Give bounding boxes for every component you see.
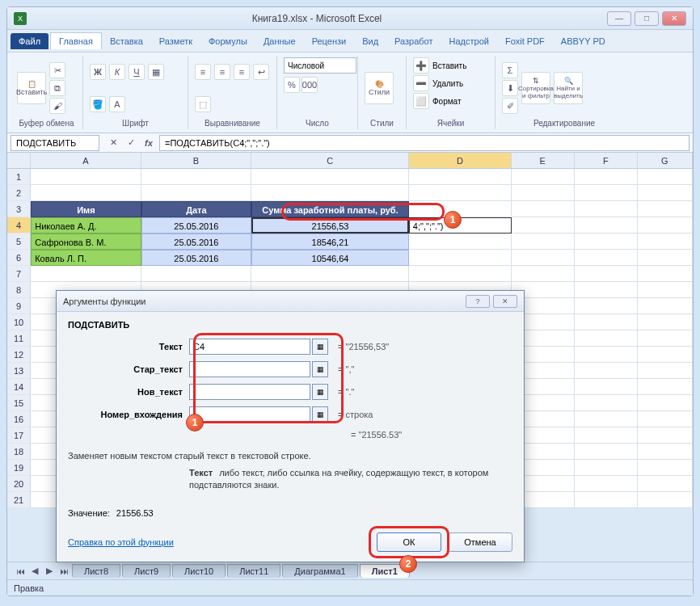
- delete-cells-icon[interactable]: ➖: [413, 75, 429, 91]
- cell-G20[interactable]: [638, 476, 693, 492]
- cell-F13[interactable]: [575, 363, 638, 379]
- copy-icon[interactable]: ⧉: [49, 80, 65, 96]
- row-header-18[interactable]: 18: [7, 444, 31, 460]
- cell-B7[interactable]: [141, 266, 251, 282]
- cell-G13[interactable]: [638, 363, 693, 379]
- cell-F6[interactable]: [575, 250, 638, 266]
- cell-B2[interactable]: [141, 185, 251, 201]
- row-header-19[interactable]: 19: [7, 460, 31, 476]
- cell-F12[interactable]: [575, 347, 638, 363]
- cell-A4[interactable]: Николаев А. Д.: [31, 217, 141, 234]
- row-header-12[interactable]: 12: [7, 347, 31, 363]
- sheet-tab-Лист11[interactable]: Лист11: [227, 564, 280, 578]
- sheet-tab-Лист9[interactable]: Лист9: [122, 564, 171, 578]
- row-header-16[interactable]: 16: [7, 411, 31, 427]
- arg-input-0[interactable]: [189, 339, 310, 355]
- cell-A2[interactable]: [31, 185, 141, 201]
- wrap-icon[interactable]: ↩: [253, 64, 269, 80]
- paste-button[interactable]: 📋Вставить: [17, 72, 46, 104]
- cell-F1[interactable]: [575, 169, 638, 185]
- cell-F8[interactable]: [575, 282, 638, 298]
- col-header-E[interactable]: E: [512, 153, 575, 168]
- cell-G2[interactable]: [638, 185, 693, 201]
- cell-C2[interactable]: [251, 185, 409, 201]
- row-header-20[interactable]: 20: [7, 476, 31, 492]
- cell-D1[interactable]: [409, 169, 512, 185]
- cell-G9[interactable]: [638, 298, 693, 314]
- format-painter-icon[interactable]: 🖌: [49, 98, 65, 114]
- cell-F4[interactable]: [575, 217, 638, 234]
- bold-icon[interactable]: Ж: [90, 64, 106, 80]
- col-header-D[interactable]: D: [409, 153, 512, 168]
- col-header-F[interactable]: F: [575, 153, 638, 168]
- arg-ref-button-0[interactable]: ▦: [312, 339, 328, 355]
- cell-F5[interactable]: [575, 234, 638, 250]
- cell-C1[interactable]: [251, 169, 409, 185]
- row-header-9[interactable]: 9: [7, 298, 31, 314]
- arg-ref-button-2[interactable]: ▦: [312, 384, 328, 400]
- row-header-11[interactable]: 11: [7, 330, 31, 347]
- clear-icon[interactable]: ✐: [502, 98, 518, 114]
- cell-A3[interactable]: Имя: [31, 201, 141, 217]
- cell-F10[interactable]: [575, 314, 638, 330]
- currency-icon[interactable]: %: [284, 77, 300, 93]
- ok-button[interactable]: ОК: [377, 532, 441, 552]
- cell-E1[interactable]: [512, 169, 575, 185]
- tab-data[interactable]: Данные: [255, 33, 304, 49]
- cell-G1[interactable]: [638, 169, 693, 185]
- cell-G10[interactable]: [638, 314, 693, 330]
- insert-cells-icon[interactable]: ➕: [413, 57, 429, 74]
- fx-icon[interactable]: fx: [141, 136, 156, 150]
- fill-icon[interactable]: ⬇: [502, 80, 518, 96]
- sheet-tab-Диаграмма1[interactable]: Диаграмма1: [282, 564, 357, 578]
- cell-F9[interactable]: [575, 298, 638, 314]
- sheet-tab-Лист10[interactable]: Лист10: [172, 564, 226, 578]
- tab-insert[interactable]: Вставка: [102, 33, 151, 49]
- tab-review[interactable]: Рецензи: [304, 33, 355, 49]
- row-header-21[interactable]: 21: [7, 492, 31, 508]
- cell-G21[interactable]: [638, 492, 693, 508]
- formula-input[interactable]: [159, 135, 689, 151]
- italic-icon[interactable]: К: [109, 64, 125, 80]
- cell-F7[interactable]: [575, 266, 638, 282]
- col-header-A[interactable]: A: [31, 153, 141, 168]
- tab-foxit[interactable]: Foxit PDF: [497, 33, 553, 49]
- minimize-button[interactable]: —: [607, 11, 631, 26]
- tab-layout[interactable]: Разметк: [151, 33, 200, 49]
- cell-E4[interactable]: [512, 217, 575, 234]
- cell-B5[interactable]: 25.05.2016: [141, 234, 251, 250]
- cell-F18[interactable]: [575, 444, 638, 460]
- align-left-icon[interactable]: ≡: [195, 64, 211, 80]
- cell-E5[interactable]: [512, 234, 575, 250]
- row-header-2[interactable]: 2: [7, 185, 31, 201]
- tab-file[interactable]: Файл: [11, 33, 48, 49]
- cell-A6[interactable]: Коваль Л. П.: [31, 250, 141, 266]
- cell-G17[interactable]: [638, 427, 693, 444]
- cancel-formula-icon[interactable]: ✕: [106, 136, 120, 150]
- dialog-close-button[interactable]: ✕: [493, 295, 517, 308]
- cell-F15[interactable]: [575, 395, 638, 411]
- border-icon[interactable]: ▦: [148, 64, 164, 80]
- row-header-14[interactable]: 14: [7, 379, 31, 395]
- row-header-5[interactable]: 5: [7, 234, 31, 250]
- cell-G12[interactable]: [638, 347, 693, 363]
- cell-B4[interactable]: 25.05.2016: [141, 217, 251, 234]
- sheet-tab-Лист8[interactable]: Лист8: [72, 564, 120, 578]
- cell-G18[interactable]: [638, 444, 693, 460]
- sheet-nav-last[interactable]: ⏭: [57, 565, 70, 578]
- cell-B3[interactable]: Дата: [141, 201, 251, 217]
- cut-icon[interactable]: ✂: [49, 62, 65, 78]
- col-header-C[interactable]: C: [251, 153, 409, 168]
- name-box[interactable]: [11, 135, 99, 151]
- cell-A5[interactable]: Сафронова В. М.: [31, 234, 141, 250]
- help-link[interactable]: Справка по этой функции: [68, 537, 174, 547]
- sheet-nav-first[interactable]: ⏮: [14, 565, 27, 578]
- cell-F3[interactable]: [575, 201, 638, 217]
- cell-C6[interactable]: 10546,64: [251, 250, 409, 266]
- cell-D5[interactable]: [409, 234, 512, 250]
- arg-ref-button-1[interactable]: ▦: [312, 361, 328, 377]
- cell-F20[interactable]: [575, 476, 638, 492]
- cell-E2[interactable]: [512, 185, 575, 201]
- cell-C4[interactable]: 21556,53: [251, 217, 409, 234]
- cell-D2[interactable]: [409, 185, 512, 201]
